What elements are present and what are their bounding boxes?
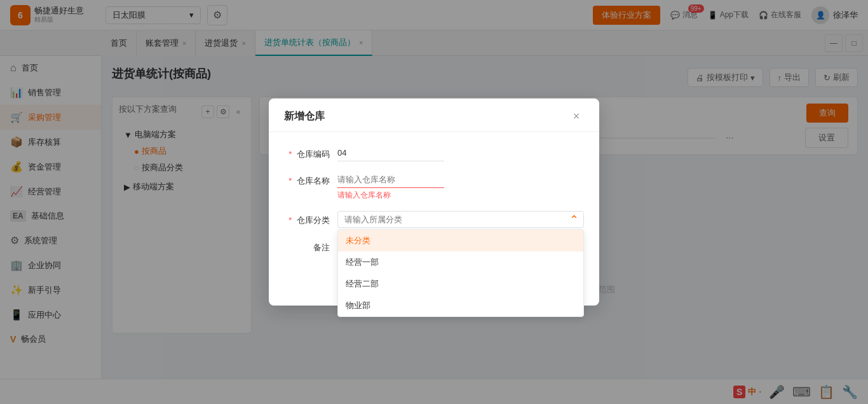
dropdown-item-dept1[interactable]: 经营一部 [338, 252, 583, 273]
modal-header: 新增仓库 × [269, 98, 599, 132]
warehouse-code-input[interactable] [337, 145, 444, 161]
category-dropdown[interactable]: ⌃ 未分类 经营一部 经营二部 物业部 [337, 211, 584, 228]
warehouse-category-label: * 仓库分类 [284, 211, 330, 226]
warehouse-name-row: * 仓库名称 请输入仓库名称 [284, 172, 584, 201]
dropdown-arrow-icon[interactable]: ⌃ [569, 213, 579, 227]
dropdown-item-property[interactable]: 物业部 [338, 295, 583, 316]
category-input[interactable] [337, 211, 584, 228]
dropdown-item-uncategorized[interactable]: 未分类 [338, 230, 583, 252]
warehouse-name-label: * 仓库名称 [284, 172, 330, 187]
remark-label: 备注 [284, 238, 330, 253]
warehouse-category-row: * 仓库分类 ⌃ 未分类 经营一部 经营二部 [284, 211, 584, 228]
modal-title: 新增仓库 [284, 110, 325, 123]
warehouse-name-input[interactable] [337, 172, 444, 188]
modal-overlay[interactable]: 新增仓库 × * 仓库编码 * 仓库名称 [0, 0, 868, 404]
dropdown-item-dept2[interactable]: 经营二部 [338, 273, 583, 295]
warehouse-code-row: * 仓库编码 [284, 145, 584, 161]
modal-body: * 仓库编码 * 仓库名称 请输入仓库名称 [269, 132, 599, 255]
modal-new-warehouse: 新增仓库 × * 仓库编码 * 仓库名称 [269, 98, 599, 306]
warehouse-code-label: * 仓库编码 [284, 145, 330, 160]
modal-close-btn[interactable]: × [569, 109, 584, 124]
dropdown-list: 未分类 经营一部 经营二部 物业部 [337, 229, 584, 317]
warehouse-name-error: 请输入仓库名称 [337, 190, 584, 201]
